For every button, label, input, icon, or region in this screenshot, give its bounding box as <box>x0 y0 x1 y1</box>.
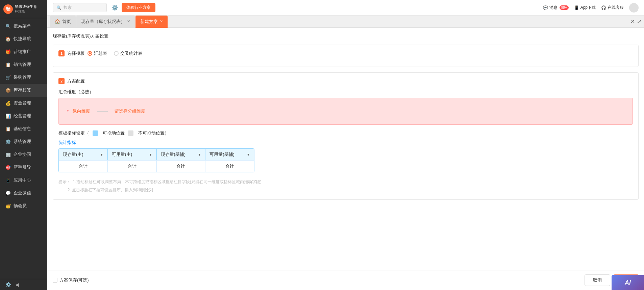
messages-btn[interactable]: 💬 消息 99+ <box>543 5 569 10</box>
sidebar-item-sales[interactable]: 📋 销售管理 <box>0 58 47 71</box>
section2-header: 2 方案配置 <box>58 78 633 84</box>
ai-badge-text: Ai <box>625 279 631 286</box>
footer-area: 方案保存(可选) 取消 查询 <box>47 270 644 290</box>
stats-col-2[interactable]: 可用量(主) ▼ <box>108 149 157 160</box>
chevron-down-icon-2: ▼ <box>149 153 152 156</box>
main-area: 🔍 搜索 ⚙️ 体验行业方案 💬 消息 99+ 📱 App下载 🎧 在线客服 🏠 <box>47 0 644 290</box>
stats-section: 统计指标 现存量(主) ▼ 可用量(主) ▼ <box>58 140 633 172</box>
section-choose-template: 1 选择模板 汇总表 交叉统计表 <box>53 45 639 67</box>
sidebar-icon-app-center: 📱 <box>5 177 11 183</box>
sidebar-item-basic-info[interactable]: 📋 基础信息 <box>0 122 47 135</box>
ai-badge[interactable]: Ai <box>612 275 644 290</box>
radio-summary[interactable]: 汇总表 <box>88 50 107 56</box>
section2-title: 方案配置 <box>67 78 85 84</box>
sidebar-item-marketing[interactable]: 🎁 营销推广 <box>0 45 47 58</box>
sidebar-icon-basic-info: 📋 <box>5 126 11 131</box>
trial-button[interactable]: 体验行业方案 <box>122 3 155 12</box>
stats-cell-3: 合计 <box>157 161 206 172</box>
sidebar-item-system[interactable]: ⚙️ 系统管理 <box>0 135 47 148</box>
sidebar-label-system: 系统管理 <box>14 139 31 145</box>
stats-col-2-label: 可用量(主) <box>112 151 132 158</box>
radio-cross-label: 交叉统计表 <box>120 50 142 56</box>
page-title: 现存量(库存状况表)方案设置 <box>53 33 639 39</box>
tab-home[interactable]: 🏠 首页 <box>50 16 76 28</box>
radio-summary-label: 汇总表 <box>94 50 107 56</box>
chevron-down-icon-1: ▼ <box>100 153 103 156</box>
collapse-icon[interactable]: ◀ <box>15 282 19 287</box>
stats-col-4-label: 可用量(基辅) <box>209 151 234 158</box>
sidebar-icon-newcomer: 🎯 <box>5 165 11 170</box>
dimension-placeholder: * 纵向维度 —— 请选择分组维度 <box>67 108 145 114</box>
draggable-label: 可拖动位置 <box>103 130 125 136</box>
online-service-btn[interactable]: 🎧 在线客服 <box>601 5 624 10</box>
sidebar-item-newcomer[interactable]: 🎯 新手引导 <box>0 161 47 174</box>
tab-close-icon[interactable]: ✕ <box>127 19 130 24</box>
tab-bar: 🏠 首页 现存量（库存状况表） ✕ 新建方案 ✕ ✕ ⤢ <box>47 16 644 28</box>
sidebar-item-purchase[interactable]: 🛒 采购管理 <box>0 71 47 84</box>
stats-col-3[interactable]: 现存量(基辅) ▼ <box>157 149 206 160</box>
phone-icon: 📱 <box>574 5 579 10</box>
tab-new-close-icon[interactable]: ✕ <box>160 19 163 24</box>
tab-close-window-btn[interactable]: ✕ <box>630 18 635 25</box>
save-option-label: 方案保存(可选) <box>59 277 89 283</box>
sidebar-item-inventory[interactable]: 📦 库存核算 <box>0 84 47 97</box>
logo-icon: 畅 <box>3 4 13 14</box>
sidebar-item-member[interactable]: 👑 畅会员 <box>0 199 47 212</box>
stats-col-4[interactable]: 可用量(基辅) ▼ <box>205 149 254 160</box>
indicator-label-text: 模板指标设定（ <box>58 130 89 136</box>
sidebar-item-search-menu[interactable]: 🔍 搜索菜单 <box>0 20 47 32</box>
cancel-button[interactable]: 取消 <box>585 274 610 286</box>
section1-number: 1 <box>58 50 65 56</box>
sidebar-label-inventory: 库存核算 <box>14 87 31 93</box>
sidebar-label-wechat: 企业微信 <box>14 190 31 196</box>
stats-col-1[interactable]: 现存量(主) ▼ <box>59 149 108 160</box>
user-avatar[interactable] <box>629 3 639 13</box>
headset-icon: 🎧 <box>601 5 606 10</box>
tab-inventory-status[interactable]: 现存量（库存状况表） ✕ <box>76 16 135 28</box>
radio-cross[interactable]: 交叉统计表 <box>114 50 142 56</box>
sidebar-label-enterprise: 企业协同 <box>14 151 31 158</box>
sidebar-label-quick-nav: 快捷导航 <box>14 36 31 42</box>
fixed-label: 不可拖动位置） <box>138 130 169 136</box>
tab-new-scheme[interactable]: 新建方案 ✕ <box>135 16 168 28</box>
sidebar-icon-marketing: 🎁 <box>5 49 11 54</box>
stats-col-1-label: 现存量(主) <box>63 151 83 158</box>
dimension-select-placeholder[interactable]: 请选择分组维度 <box>115 108 145 114</box>
section-scheme-config: 2 方案配置 汇总维度（必选） * 纵向维度 —— 请选择分组维度 模板指标设定… <box>53 72 639 200</box>
required-mark: * <box>67 109 69 114</box>
settings-icon[interactable]: ⚙️ <box>5 282 11 287</box>
sidebar-label-basic-info: 基础信息 <box>14 126 31 132</box>
template-radio-group: 汇总表 交叉统计表 <box>88 50 142 56</box>
app-download-btn[interactable]: 📱 App下载 <box>574 5 596 10</box>
sidebar-item-app-center[interactable]: 📱 应用中心 <box>0 174 47 187</box>
vertical-dim-label: 纵向维度 <box>73 108 90 114</box>
sidebar-icon-inventory: 📦 <box>5 88 11 93</box>
dimension-arrow: —— <box>97 108 108 114</box>
sidebar-footer: ⚙️ ◀ <box>0 279 47 290</box>
home-icon: 🏠 <box>55 19 60 24</box>
tab-expand-btn[interactable]: ⤢ <box>637 18 641 25</box>
stats-title: 统计指标 <box>58 140 633 146</box>
sidebar-icon-member: 👑 <box>5 203 11 209</box>
sidebar-label-search-menu: 搜索菜单 <box>14 23 31 29</box>
stats-col-3-label: 现存量(基辅) <box>161 151 186 158</box>
sidebar-item-operations[interactable]: 📊 经营管理 <box>0 110 47 122</box>
app-version: 标准版 <box>15 9 37 14</box>
message-badge: 99+ <box>560 5 569 10</box>
sidebar-item-quick-nav[interactable]: 🏠 快捷导航 <box>0 32 47 45</box>
app-name: 畅康通好生意 <box>15 4 37 9</box>
indicator-container: 模板指标设定（ 可拖动位置 不可拖动位置） 统计指标 现存量(主) ▼ <box>58 130 633 194</box>
search-placeholder[interactable]: 搜索 <box>64 5 72 10</box>
chevron-down-icon-3: ▼ <box>198 153 201 156</box>
sidebar-icon-search-menu: 🔍 <box>5 23 11 29</box>
dimension-box[interactable]: * 纵向维度 —— 请选择分组维度 <box>58 98 633 125</box>
sidebar-item-enterprise[interactable]: 🏢 企业协同 <box>0 148 47 161</box>
tips-item-2: 2. 点击标题栏下拉可设置排序、插入列和删除列 <box>58 186 633 194</box>
sidebar-item-finance[interactable]: 💰 资金管理 <box>0 97 47 110</box>
sidebar-item-wechat[interactable]: 💬 企业微信 <box>0 187 47 199</box>
save-checkbox[interactable] <box>53 278 57 283</box>
message-icon: 💬 <box>543 5 548 10</box>
gear-icon[interactable]: ⚙️ <box>112 4 118 11</box>
sidebar-label-app-center: 应用中心 <box>14 177 31 183</box>
stats-cell-1: 合计 <box>59 161 108 172</box>
